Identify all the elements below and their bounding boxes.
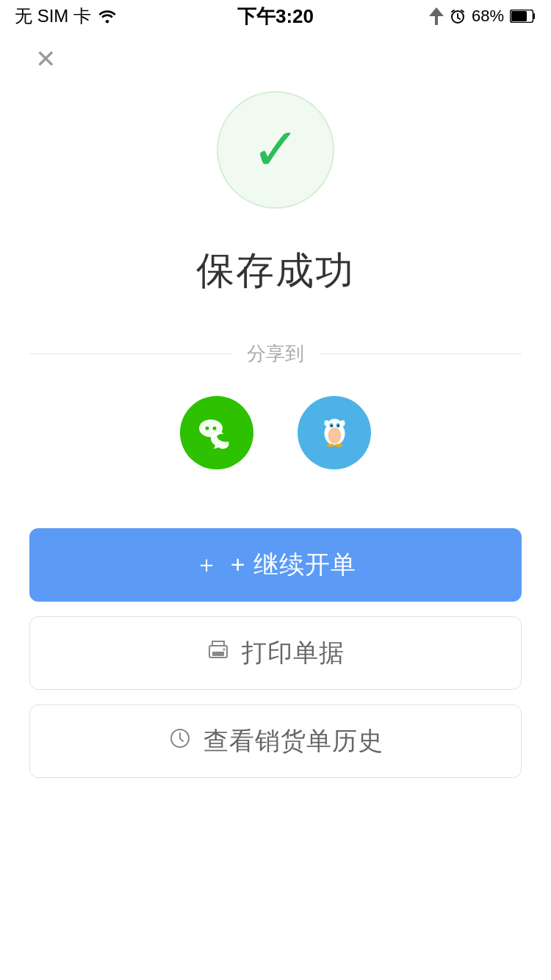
continue-button[interactable]: ＋ + 继续开单 bbox=[29, 528, 522, 602]
history-label: 查看销货单历史 bbox=[204, 724, 383, 758]
svg-point-16 bbox=[327, 444, 334, 447]
svg-point-5 bbox=[213, 427, 217, 430]
svg-point-12 bbox=[331, 425, 333, 427]
action-buttons: ＋ + 继续开单 打印单据 查看销货单历 bbox=[0, 528, 551, 778]
svg-rect-21 bbox=[212, 652, 224, 656]
share-divider: 分享到 bbox=[29, 341, 522, 367]
status-time: 下午3:20 bbox=[237, 4, 314, 29]
svg-point-19 bbox=[340, 420, 345, 426]
battery-text: 68% bbox=[472, 7, 504, 26]
share-icons bbox=[29, 396, 522, 469]
wifi-icon bbox=[97, 9, 118, 24]
svg-point-22 bbox=[223, 649, 226, 651]
qq-icon bbox=[314, 413, 355, 453]
main-content: ✓ 保存成功 分享到 bbox=[0, 32, 551, 778]
checkmark-icon: ✓ bbox=[251, 120, 300, 179]
share-label: 分享到 bbox=[247, 341, 304, 367]
print-label: 打印单据 bbox=[242, 636, 345, 670]
success-circle: ✓ bbox=[217, 91, 334, 209]
close-icon: ✕ bbox=[35, 44, 56, 73]
history-icon bbox=[168, 727, 192, 756]
svg-point-13 bbox=[337, 425, 339, 427]
history-button[interactable]: 查看销货单历史 bbox=[29, 705, 522, 778]
continue-label: + 继续开单 bbox=[231, 548, 356, 582]
wechat-share-button[interactable] bbox=[180, 396, 253, 469]
alarm-icon bbox=[450, 8, 466, 24]
svg-point-4 bbox=[206, 427, 209, 430]
share-section: 分享到 bbox=[0, 341, 551, 469]
battery-icon bbox=[510, 10, 536, 23]
print-button[interactable]: 打印单据 bbox=[29, 616, 522, 690]
svg-point-3 bbox=[199, 419, 223, 437]
qq-share-button[interactable] bbox=[298, 396, 371, 469]
wechat-icon bbox=[195, 411, 239, 455]
no-sim-text: 无 SIM 卡 bbox=[15, 4, 91, 28]
plus-icon: ＋ bbox=[195, 549, 219, 581]
svg-point-17 bbox=[335, 444, 342, 447]
svg-point-6 bbox=[218, 437, 221, 440]
location-icon bbox=[429, 7, 444, 25]
svg-point-18 bbox=[324, 420, 328, 426]
status-bar: 无 SIM 卡 下午3:20 68% bbox=[0, 0, 551, 32]
success-title: 保存成功 bbox=[196, 245, 355, 297]
svg-point-15 bbox=[328, 428, 341, 444]
status-right: 68% bbox=[429, 7, 536, 26]
svg-point-7 bbox=[223, 437, 226, 440]
svg-rect-2 bbox=[511, 11, 527, 21]
close-button[interactable]: ✕ bbox=[29, 43, 62, 75]
print-icon bbox=[206, 638, 230, 668]
status-left: 无 SIM 卡 bbox=[15, 4, 118, 28]
